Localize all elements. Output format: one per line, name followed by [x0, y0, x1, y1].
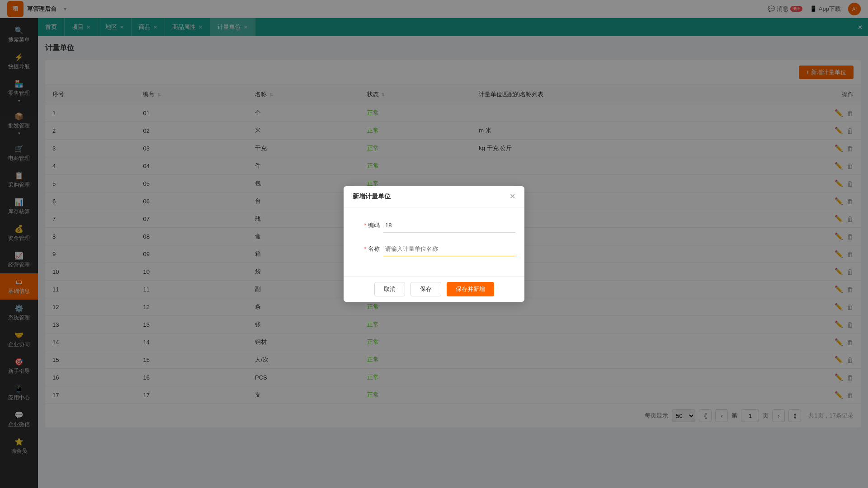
required-star: *	[364, 245, 366, 252]
save-button[interactable]: 保存	[410, 282, 441, 296]
modal-close-button[interactable]: ✕	[509, 193, 515, 200]
form-item-code: * 编码	[353, 218, 515, 233]
code-input[interactable]	[383, 218, 515, 233]
name-label-text: 名称	[368, 245, 380, 252]
modal-footer: 取消 保存 保存并新增	[344, 276, 524, 302]
cancel-button[interactable]: 取消	[374, 282, 405, 296]
code-label-text: 编码	[368, 222, 380, 229]
modal-body: * 编码 * 名称	[344, 207, 524, 276]
modal-overlay[interactable]: 新增计量单位 ✕ * 编码 * 名称 取消 保存 保存并新增	[0, 0, 868, 488]
name-label: * 名称	[353, 245, 380, 253]
required-star: *	[364, 222, 366, 229]
form-item-name: * 名称	[353, 242, 515, 256]
code-label: * 编码	[353, 221, 380, 230]
name-input[interactable]	[383, 242, 515, 256]
add-unit-modal: 新增计量单位 ✕ * 编码 * 名称 取消 保存 保存并新增	[344, 186, 524, 302]
modal-header: 新增计量单位 ✕	[344, 186, 524, 207]
save-add-button[interactable]: 保存并新增	[447, 282, 494, 296]
modal-title: 新增计量单位	[353, 192, 391, 201]
